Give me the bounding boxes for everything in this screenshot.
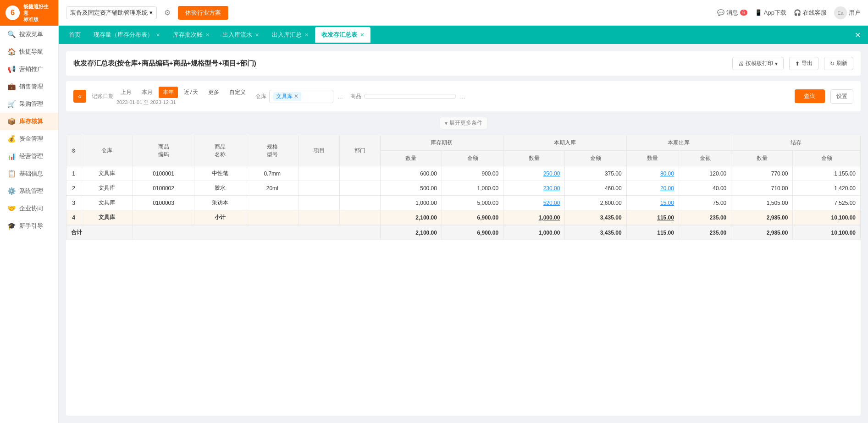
cell-index: 3 — [66, 196, 81, 210]
cell-in-qty[interactable]: 520.00 — [503, 196, 565, 210]
sidebar-item-label: 新手引导 — [19, 222, 43, 230]
table-row: 1 文具库 0100001 中性笔 0.7mm 600.00 900.00 25… — [66, 166, 861, 181]
tab-close-icon[interactable]: ✕ — [205, 33, 210, 38]
date-filter-group: 记账日期 上月本月本年近7天更多自定义 2023-01-01 至 2023-12… — [92, 87, 250, 106]
data-table: ⚙ 仓库 商品编码 商品名称 规格型号 项目 部门 库存期初 本期入库 本期出库… — [66, 135, 861, 240]
sidebar-icon: 📢 — [7, 65, 16, 73]
sidebar-logo: 6 畅捷通好生意 标准版 — [0, 0, 58, 26]
sidebar: 6 畅捷通好生意 标准版 🔍搜索菜单🏠快捷导航📢营销推广💼销售管理🛒采购管理📦库… — [0, 0, 59, 423]
cell-out-qty[interactable]: 80.00 — [626, 166, 679, 181]
system-selector[interactable]: 装备及固定资产辅助管理系统 ▾ — [66, 6, 157, 19]
sidebar-item-label: 采购管理 — [19, 100, 43, 108]
sidebar-icon: 💼 — [7, 82, 16, 91]
sidebar-icon: 📊 — [7, 152, 16, 160]
system-name: 装备及固定资产辅助管理系统 — [70, 9, 148, 17]
sidebar-item-搜索菜单[interactable]: 🔍搜索菜单 — [0, 26, 58, 43]
settings-icon[interactable]: ⚙ — [164, 8, 171, 17]
warehouse-tag-close[interactable]: ✕ — [294, 93, 299, 99]
expand-filter-btn[interactable]: ▾ 展开更多条件 — [440, 117, 487, 129]
goods-filter-input[interactable] — [364, 94, 456, 99]
sidebar-item-新手引导[interactable]: 🎓新手引导 — [0, 217, 58, 235]
cell-opening-qty: 1,000.00 — [380, 196, 442, 210]
tabs: 首页现存量（库存分布表） ✕库存批次账 ✕出入库流水 ✕出入库汇总 ✕收发存汇总… — [62, 27, 370, 43]
refresh-btn[interactable]: ↻ 刷新 — [824, 57, 853, 70]
date-btn-本月[interactable]: 本月 — [138, 87, 157, 98]
cell-index: 2 — [66, 181, 81, 196]
sidebar-item-系统管理[interactable]: ⚙️系统管理 — [0, 182, 58, 200]
sidebar-item-销售管理[interactable]: 💼销售管理 — [0, 78, 58, 95]
tab-close-icon[interactable]: ✕ — [255, 33, 259, 38]
tab-库存批次账[interactable]: 库存批次账 ✕ — [166, 27, 216, 43]
tab-现存量（库存分布表）[interactable]: 现存量（库存分布表） ✕ — [87, 27, 166, 43]
date-btn-自定义[interactable]: 自定义 — [225, 87, 250, 98]
sidebar-item-经营管理[interactable]: 📊经营管理 — [0, 148, 58, 165]
cell-in-amt: 460.00 — [565, 181, 626, 196]
tab-出入库流水[interactable]: 出入库流水 ✕ — [216, 27, 265, 43]
user-btn[interactable]: Ea 用户 — [834, 6, 861, 19]
cell-warehouse: 文具库 — [81, 166, 133, 181]
cell-spec: 20ml — [246, 181, 299, 196]
date-btn-更多[interactable]: 更多 — [204, 87, 223, 98]
cell-warehouse: 文具库 — [81, 210, 133, 225]
sidebar-item-基础信息[interactable]: 📋基础信息 — [0, 165, 58, 182]
tab-首页[interactable]: 首页 — [62, 27, 87, 43]
sidebar-icon: 📦 — [7, 117, 16, 126]
sidebar-icon: 🏠 — [7, 48, 16, 56]
footer-label: 合计 — [66, 225, 133, 240]
footer-opening-qty: 2,100.00 — [380, 225, 442, 240]
table-row: 2 文具库 0100002 胶水 20ml 500.00 1,000.00 23… — [66, 181, 861, 196]
footer-balance-qty: 2,985.00 — [731, 225, 793, 240]
setting-btn[interactable]: 设置 — [830, 89, 853, 104]
filter-bar: « 记账日期 上月本月本年近7天更多自定义 2023-01-01 至 2023-… — [66, 81, 861, 111]
date-btn-近7天[interactable]: 近7天 — [180, 87, 202, 98]
th-project: 项目 — [299, 135, 339, 166]
cell-balance-amt: 10,100.00 — [793, 210, 861, 225]
cell-in-qty[interactable]: 230.00 — [503, 181, 565, 196]
tab-close-icon[interactable]: ✕ — [156, 33, 160, 38]
cell-balance-qty: 1,505.00 — [731, 196, 793, 210]
sidebar-item-label: 搜索菜单 — [19, 30, 43, 38]
date-btn-本年[interactable]: 本年 — [159, 87, 178, 98]
sidebar-item-库存核算[interactable]: 📦库存核算 — [0, 113, 58, 130]
query-btn[interactable]: 查询 — [795, 89, 825, 103]
app-download-btn[interactable]: 📱 App下载 — [755, 9, 786, 17]
tab-close-icon[interactable]: ✕ — [360, 33, 364, 38]
tab-收发存汇总表[interactable]: 收发存汇总表 ✕ — [315, 27, 370, 43]
try-btn[interactable]: 体验行业方案 — [178, 6, 228, 20]
tab-bar-close-btn[interactable]: ✕ — [851, 29, 864, 41]
filter-toggle-btn[interactable]: « — [73, 90, 86, 103]
message-icon: 💬 — [717, 9, 724, 16]
sidebar-item-快捷导航[interactable]: 🏠快捷导航 — [0, 43, 58, 60]
cell-name: 小计 — [194, 210, 246, 225]
cell-opening-amt: 6,900.00 — [442, 210, 503, 225]
sidebar-item-营销推广[interactable]: 📢营销推广 — [0, 60, 58, 78]
tab-出入库汇总[interactable]: 出入库汇总 ✕ — [265, 27, 315, 43]
cell-in-qty[interactable]: 250.00 — [503, 166, 565, 181]
print-btn[interactable]: 🖨 按模版打印 ▾ — [732, 57, 784, 70]
online-service-btn[interactable]: 🎧 在线客服 — [794, 9, 827, 17]
messages-btn[interactable]: 💬 消息 6 — [717, 9, 747, 17]
date-btn-上月[interactable]: 上月 — [116, 87, 136, 98]
cell-warehouse: 文具库 — [81, 196, 133, 210]
footer-row: 合计 2,100.00 6,900.00 1,000.00 3,435.00 1… — [66, 225, 861, 240]
tab-label: 出入库流水 — [222, 31, 252, 39]
sidebar-item-资金管理[interactable]: 💰资金管理 — [0, 130, 58, 148]
th-in-qty: 数量 — [503, 151, 565, 166]
cell-index: 4 — [66, 210, 81, 225]
export-btn[interactable]: ⬆ 导出 — [789, 57, 818, 70]
cell-out-qty[interactable]: 15.00 — [626, 196, 679, 210]
cell-code — [133, 210, 194, 225]
warehouse-tag: 文具库 ✕ — [273, 92, 301, 101]
tab-close-icon[interactable]: ✕ — [304, 33, 309, 38]
main-content: 首页现存量（库存分布表） ✕库存批次账 ✕出入库流水 ✕出入库汇总 ✕收发存汇总… — [59, 26, 868, 423]
expand-icon: ▾ — [445, 120, 448, 126]
warehouse-more-dots[interactable]: ... — [336, 93, 345, 100]
goods-more-dots[interactable]: ... — [459, 93, 467, 100]
cell-out-qty[interactable]: 20.00 — [626, 181, 679, 196]
warehouse-filter-input[interactable]: 文具库 ✕ — [269, 90, 333, 103]
cell-out-amt: 75.00 — [679, 196, 731, 210]
sidebar-item-采购管理[interactable]: 🛒采购管理 — [0, 95, 58, 113]
th-spec: 规格型号 — [246, 135, 299, 166]
sidebar-item-企业协同[interactable]: 🤝企业协同 — [0, 200, 58, 217]
th-settings[interactable]: ⚙ — [66, 135, 81, 166]
